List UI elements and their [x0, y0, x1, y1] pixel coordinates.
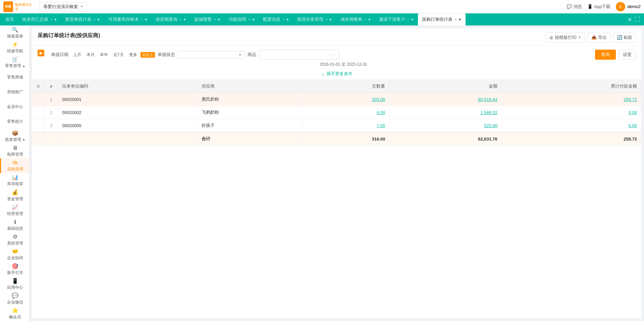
row-amount-3[interactable]: 525.80	[389, 119, 502, 132]
expand-toggle[interactable]: ▶	[38, 50, 44, 56]
footer-row: 合计 316.00 62,631.76 259.72	[32, 132, 641, 146]
message-btn[interactable]: 💬 消息	[567, 4, 582, 10]
tab-close-req[interactable]: ×	[93, 17, 95, 21]
wholesale-icon: 📦	[12, 130, 18, 136]
tab-requisition-summary[interactable]: 要货单统计表 × ▼	[61, 13, 104, 25]
export-icon: 📤	[591, 35, 597, 40]
sidebar-item-retail-mgmt[interactable]: 🛒 零售管理 ▲	[0, 55, 29, 70]
tab-close-invite[interactable]: ×	[407, 17, 409, 21]
tab-arrow-inv: ▼	[144, 18, 148, 21]
logo-text: 畅捷通好生意	[15, 2, 33, 11]
tab-close-purchase[interactable]: ×	[454, 17, 457, 21]
tab-invite[interactable]: 邀请下游客户 × ▼	[375, 13, 418, 25]
shortcut-more[interactable]: 更多	[127, 51, 139, 58]
sidebar-item-enterprise-collab[interactable]: 🤝 企业协同	[0, 247, 29, 262]
amount-link-1[interactable]: 60,519.44	[478, 97, 497, 102]
shortcut-this-year[interactable]: 本年	[98, 51, 110, 58]
sidebar-item-wholesale[interactable]: 📦 批发管理 ▼	[0, 129, 29, 144]
account-dropdown[interactable]: 母婴行业演示账套 ▼	[40, 2, 87, 11]
row-amount-2[interactable]: 1,586.52	[389, 106, 502, 119]
row-paid-3[interactable]: 0.00	[502, 119, 641, 132]
row-paid-1[interactable]: 259.72	[502, 93, 641, 106]
sidebar-item-finance[interactable]: 💰 资金管理	[0, 188, 29, 203]
table-container: ⚙ # 往来单位编码 供应商 主数量 金额 累计付款金额	[32, 80, 641, 318]
status-select[interactable]: ▼	[178, 51, 245, 59]
custom-tag: 自定义	[141, 52, 155, 58]
tab-arrow-overstock: ▼	[217, 18, 221, 21]
sidebar-item-basic-info[interactable]: ℹ 基础信息	[0, 218, 29, 232]
row-amount-1[interactable]: 60,519.44	[389, 93, 502, 106]
export-btn[interactable]: 📤 导出	[588, 33, 610, 43]
paid-link-2[interactable]: 0.00	[629, 110, 637, 115]
nav-expand-icon[interactable]: ⛶	[635, 16, 640, 22]
paid-link-1[interactable]: 259.72	[624, 97, 637, 102]
sidebar-item-inventory[interactable]: 📊 库存核算	[0, 173, 29, 188]
goods-input[interactable]: ···	[259, 50, 339, 60]
tab-warranty[interactable]: 保质期查询 × ▼	[152, 13, 190, 25]
amount-link-2[interactable]: 1,586.52	[480, 110, 497, 115]
tab-close-config[interactable]: ×	[282, 17, 284, 21]
tab-picking[interactable]: 拣货任务管理 × ▼	[293, 13, 336, 25]
sidebar-item-marketing[interactable]: 营销推广	[0, 85, 29, 99]
nav-tabs: 首页 收发存汇总表 × ▼ 要货单统计表 × ▼ 可用量库存账本 × ▼ 保质期…	[0, 13, 644, 25]
filter-middle-group: 单据状态 ▼	[158, 51, 245, 59]
sidebar-item-purchase[interactable]: 🛍 采购管理	[0, 158, 29, 173]
qty-link-2[interactable]: 6.00	[377, 110, 385, 115]
sidebar-item-quick-nav[interactable]: ⚡ 快捷导航	[0, 40, 29, 55]
tab-config[interactable]: 配置信息 × ▼	[259, 13, 293, 25]
amount-link-3[interactable]: 525.80	[484, 123, 497, 128]
row-qty-1[interactable]: 303.00	[302, 93, 389, 106]
filter-left: 单据日期 上月 本月 本年 近7天 更多 自定义 单据状态	[51, 50, 636, 67]
paid-link-3[interactable]: 0.00	[629, 123, 637, 128]
app-download-btn[interactable]: 📱 App下载	[587, 4, 610, 10]
expand-more-btn[interactable]: ⌄ 展开更多条件	[321, 71, 353, 77]
sidebar-item-new-guide[interactable]: 🎯 新手引导	[0, 262, 29, 277]
sidebar-item-retail-stats[interactable]: 零售统计	[0, 114, 29, 129]
row-qty-3[interactable]: 7.00	[302, 119, 389, 132]
tab-purchase-summary[interactable]: 采购订单统计表 × ▼	[418, 13, 465, 25]
qty-link-3[interactable]: 7.00	[377, 123, 385, 128]
tab-close-cost[interactable]: ×	[364, 17, 366, 21]
row-num-3: 3	[45, 119, 58, 132]
tab-receive-summary[interactable]: 收发存汇总表 × ▼	[18, 13, 61, 25]
finance-icon: 💰	[12, 189, 18, 196]
row-paid-2[interactable]: 0.00	[502, 106, 641, 119]
row-qty-2[interactable]: 6.00	[302, 106, 389, 119]
tab-home[interactable]: 首页	[1, 13, 18, 25]
sidebar-item-ops[interactable]: 📈 经营管理	[0, 203, 29, 218]
sidebar-item-vip[interactable]: ⭐ 畅会员	[0, 306, 29, 321]
shortcut-prev-month[interactable]: 上月	[71, 51, 83, 58]
user-area[interactable]: E demo2	[616, 2, 641, 11]
sidebar-item-app-center[interactable]: 📱 应用中心	[0, 277, 29, 291]
tab-close-inv[interactable]: ×	[141, 17, 143, 21]
sidebar-item-enterprise-wechat[interactable]: 💬 企业微信	[0, 291, 29, 306]
search-btn[interactable]: 查询	[595, 50, 616, 60]
tab-close-warranty[interactable]: ×	[179, 17, 181, 21]
sidebar-item-search[interactable]: 🔍 搜索菜单	[0, 25, 29, 40]
sidebar-item-system[interactable]: ⚙ 系统管理	[0, 232, 29, 247]
tab-close-pick[interactable]: ×	[325, 17, 327, 21]
tab-close-receive[interactable]: ×	[50, 17, 52, 21]
table-footer: 合计 316.00 62,631.76 259.72	[32, 132, 641, 146]
sidebar-item-retail-shop[interactable]: 零售商城	[0, 70, 29, 85]
sidebar-item-ecommerce[interactable]: 🖥 电商管理	[0, 144, 29, 158]
row-check-3	[32, 119, 45, 132]
search-icon: 🔍	[12, 26, 18, 33]
tab-available-inventory[interactable]: 可用量库存账本 × ▼	[104, 13, 152, 25]
nav-close-icon[interactable]: ✕	[628, 16, 632, 23]
wholesale-with-arrow: 批发管理 ▼	[5, 137, 25, 143]
tab-cost-adjust[interactable]: 成本调整单 × ▼	[336, 13, 375, 25]
shortcut-this-month[interactable]: 本月	[85, 51, 97, 58]
tab-overstock[interactable]: 超储预警 × ▼	[190, 13, 224, 25]
qty-link-1[interactable]: 303.00	[372, 97, 385, 102]
shortcut-7days[interactable]: 近7天	[111, 51, 126, 58]
setting-btn[interactable]: 设置	[619, 50, 636, 60]
tab-function-desc[interactable]: 功能说明 × ▼	[225, 13, 259, 25]
print-btn[interactable]: 🖨 按模板打印 ▼	[545, 33, 585, 43]
data-table: ⚙ # 往来单位编码 供应商 主数量 金额 累计付款金额	[32, 80, 641, 146]
refresh-btn[interactable]: 🔄 刷新	[613, 33, 636, 43]
tab-close-func[interactable]: ×	[248, 17, 250, 21]
column-settings-icon[interactable]: ⚙	[36, 84, 40, 89]
sidebar-item-member-center[interactable]: 会员中心	[0, 99, 29, 114]
tab-close-overstock[interactable]: ×	[214, 17, 216, 21]
